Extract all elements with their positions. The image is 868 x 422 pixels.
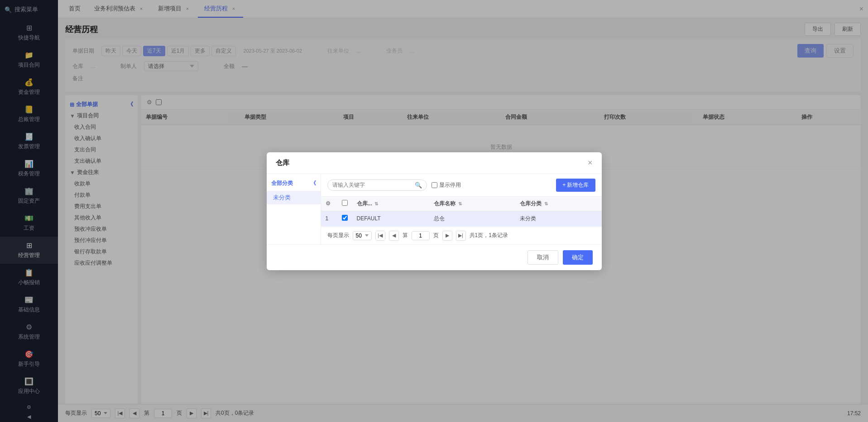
show-disabled-checkbox[interactable] — [432, 182, 437, 188]
modal-overlay[interactable]: 仓库 × 全部分类 《 未分类 🔍 — [0, 0, 868, 422]
row-checkbox — [337, 211, 352, 226]
row-num: 1 — [321, 211, 337, 226]
name-sort-icon: ⇅ — [458, 201, 462, 206]
modal-per-page-label: 每页显示 — [327, 232, 349, 239]
modal-table: ⚙ 仓库... ⇅ 仓库名称 — [321, 197, 602, 227]
modal-page-first-label: 算 — [403, 232, 408, 239]
all-category-label: 全部分类 — [271, 179, 293, 187]
modal-collapse-icon[interactable]: 《 — [311, 179, 316, 187]
modal-page-suffix: 页 — [433, 232, 439, 239]
modal-footer: 取消 确定 — [267, 244, 602, 270]
modal-search-input[interactable] — [332, 182, 412, 188]
settings-col-icon[interactable]: ⚙ — [326, 200, 331, 207]
modal-pagination: 每页显示 50 |◀ ◀ 算 1 页 ▶ ▶| 共1页，1条记录 — [321, 227, 602, 244]
modal-first-btn[interactable]: |◀ — [375, 231, 385, 241]
modal-toolbar: 🔍 显示停用 + 新增仓库 — [321, 174, 602, 197]
modal-col-checkbox — [337, 197, 352, 211]
modal-col-category: 仓库分类 ⇅ — [515, 197, 601, 211]
modal-table-wrap: ⚙ 仓库... ⇅ 仓库名称 — [321, 197, 602, 227]
modal-header: 仓库 × — [267, 152, 602, 174]
modal-title: 仓库 — [276, 159, 289, 167]
modal-table-header: ⚙ 仓库... ⇅ 仓库名称 — [321, 197, 602, 211]
modal-col-name: 仓库名称 ⇅ — [429, 197, 515, 211]
code-sort-icon: ⇅ — [374, 201, 378, 206]
modal-left-header: 全部分类 《 — [267, 178, 321, 191]
modal-next-btn[interactable]: ▶ — [442, 231, 452, 241]
row-code: DEFAULT — [352, 211, 430, 226]
modal-uncategorized[interactable]: 未分类 — [267, 191, 321, 204]
modal-last-btn[interactable]: ▶| — [456, 231, 466, 241]
modal-col-settings: ⚙ — [321, 197, 337, 211]
row-name: 总仓 — [429, 211, 515, 226]
modal-select-all[interactable] — [342, 200, 348, 206]
add-warehouse-button[interactable]: + 新增仓库 — [556, 179, 595, 192]
table-row[interactable]: 1 DEFAULT 总仓 未分类 — [321, 211, 602, 226]
row-category: 未分类 — [515, 211, 601, 226]
modal-total: 共1页，1条记录 — [470, 232, 508, 239]
cancel-button[interactable]: 取消 — [528, 250, 558, 265]
modal-right-panel: 🔍 显示停用 + 新增仓库 ⚙ — [321, 174, 602, 244]
modal-per-page-select[interactable]: 50 — [353, 231, 372, 240]
modal-close-button[interactable]: × — [588, 159, 593, 167]
modal-prev-btn[interactable]: ◀ — [389, 231, 399, 241]
modal-page-input[interactable]: 1 — [412, 231, 430, 240]
modal-search-icon: 🔍 — [415, 182, 422, 189]
show-disabled-label: 显示停用 — [432, 181, 461, 189]
category-sort-icon: ⇅ — [544, 201, 548, 206]
row-select-checkbox[interactable] — [342, 215, 348, 221]
modal-col-code: 仓库... ⇅ — [352, 197, 430, 211]
modal-body: 全部分类 《 未分类 🔍 显示停用 + 新增仓库 — [267, 174, 602, 244]
confirm-button[interactable]: 确定 — [563, 250, 593, 265]
modal-search-wrap: 🔍 — [327, 179, 427, 191]
warehouse-modal: 仓库 × 全部分类 《 未分类 🔍 — [267, 152, 602, 270]
modal-left-panel: 全部分类 《 未分类 — [267, 174, 321, 244]
